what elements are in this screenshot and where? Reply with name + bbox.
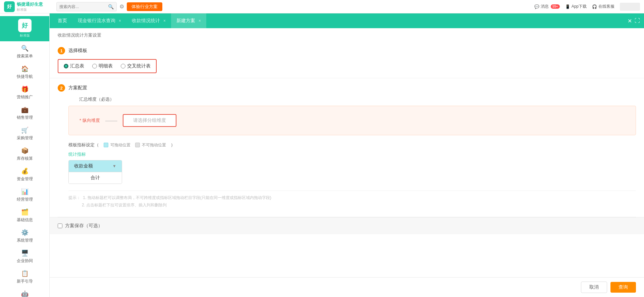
step1-title: 选择模板: [68, 48, 87, 54]
beginner-guide-icon: 📋: [21, 270, 29, 277]
inventory-icon: 📦: [21, 147, 29, 154]
template-section: 1 选择模板 汇总表 明细表: [50, 41, 644, 78]
sidebar-item-beginner-guide[interactable]: 📋 新手引导: [0, 266, 49, 287]
step2-header: 2 方案配置: [58, 84, 636, 92]
tab-new-plan[interactable]: 新建方案 ×: [171, 13, 206, 28]
enterprise-collab-icon: 🖥️: [21, 249, 29, 257]
option-summary[interactable]: 汇总表: [64, 63, 84, 69]
sidebar-item-label: 经营管理: [17, 197, 33, 202]
option-crosstab[interactable]: 交叉统计表: [121, 63, 151, 69]
smart-hardware-icon: 🤖: [21, 290, 29, 297]
search-input[interactable]: [59, 4, 108, 9]
sidebar-item-operations[interactable]: 📊 经营管理: [0, 185, 49, 205]
search-box[interactable]: 🔍: [56, 2, 117, 11]
logo-text: 畅捷通好生意 标准版: [17, 1, 43, 12]
tab-collection-stats-close[interactable]: ×: [163, 18, 166, 23]
message-group[interactable]: 💬 消息 99+: [534, 4, 560, 9]
cancel-button[interactable]: 取消: [581, 282, 607, 293]
sidebar-item-enterprise-collab[interactable]: 🖥️ 企业协同: [0, 246, 49, 266]
tab-bank-flow[interactable]: 现金银行流水查询 ×: [72, 13, 126, 28]
radio-detail[interactable]: [92, 64, 97, 68]
dimension-arrow: ——: [105, 117, 117, 124]
sidebar-item-label: 资金管理: [17, 176, 33, 182]
metrics-container: 统计指标 收款金额 ▼ 合计: [68, 151, 636, 184]
option-summary-label: 汇总表: [70, 63, 84, 69]
sidebar-item-sales[interactable]: 💼 销售管理: [0, 103, 49, 123]
tab-bar: 首页 现金银行流水查询 × 收款情况统计 × 新建方案 × ✕ ⛶: [50, 13, 644, 28]
expand-icon[interactable]: ⛶: [635, 18, 640, 24]
trial-button[interactable]: 体验行业方案: [127, 2, 162, 11]
tip-1: 提示： 1. 拖动标题栏可以调整布局，不可跨维度或指标区域拖动栏目字段(只能在同…: [68, 194, 636, 202]
bottom-bar: 取消 查询: [50, 277, 644, 297]
step2-number: 2: [58, 84, 65, 92]
metrics-table-header[interactable]: 收款金额 ▼: [69, 160, 122, 172]
user-avatar: [620, 3, 640, 11]
tips-section: 提示： 1. 拖动标题栏可以调整布局，不可跨维度或指标区域拖动栏目字段(只能在同…: [68, 191, 636, 212]
query-button[interactable]: 查询: [610, 282, 636, 293]
content-area: 首页 现金银行流水查询 × 收款情况统计 × 新建方案 × ✕ ⛶ 收款情况统: [50, 13, 644, 297]
legend-draggable-label: 可拖动位置: [110, 142, 130, 148]
app-icon: 📱: [565, 4, 570, 9]
legend-fixed-group: 不可拖动位置: [135, 142, 166, 148]
logo-area: 好 畅捷通好生意 标准版: [4, 1, 54, 12]
online-service-group[interactable]: 🎧 在线客服: [592, 4, 614, 9]
sidebar-item-label: 系统管理: [17, 238, 33, 243]
sidebar-item-search-menu[interactable]: 🔍 搜索菜单: [0, 41, 49, 62]
breadcrumb: 收款情况统计方案设置: [50, 28, 644, 41]
sidebar-item-quick-nav[interactable]: 🏠 快捷导航: [0, 62, 49, 82]
metrics-dropdown-arrow[interactable]: ▼: [112, 164, 116, 168]
sidebar-item-marketing[interactable]: 🎁 营销推广: [0, 82, 49, 103]
message-badge: 99+: [551, 4, 560, 9]
service-icon: 🎧: [592, 4, 597, 9]
sidebar-item-label: 快捷导航: [17, 74, 33, 80]
app-download-group[interactable]: 📱 App下载: [565, 4, 587, 9]
online-service-label: 在线客服: [598, 4, 614, 9]
topbar-right: 💬 消息 99+ 📱 App下载 🎧 在线客服: [534, 3, 640, 11]
legend-draggable-group: 可拖动位置: [104, 142, 130, 148]
tab-new-plan-close[interactable]: ×: [199, 18, 201, 23]
dimension-selector[interactable]: 请选择分组维度: [123, 114, 176, 127]
close-all-icon[interactable]: ✕: [628, 18, 632, 24]
sidebar-item-label: 销售管理: [17, 115, 33, 120]
metrics-table-cell: 合计: [69, 172, 122, 184]
save-label: 方案保存（可选）: [65, 223, 103, 229]
tip-2: 2. 点击标题栏下拉可设置排序、插入列和删除列: [68, 202, 636, 209]
purchase-icon: 🛒: [21, 127, 29, 134]
message-label: 消息: [541, 4, 549, 9]
sidebar-item-finance[interactable]: 💰 资金管理: [0, 164, 49, 185]
radio-crosstab[interactable]: [121, 64, 125, 68]
option-detail-label: 明细表: [99, 63, 113, 69]
metrics-table: 收款金额 ▼ 合计: [68, 160, 122, 184]
tab-home[interactable]: 首页: [52, 13, 72, 28]
operations-icon: 📊: [21, 188, 29, 195]
metrics-section-title: 统计指标: [68, 151, 636, 157]
option-detail[interactable]: 明细表: [92, 63, 113, 69]
basic-info-icon: 🗂️: [21, 208, 29, 216]
marketing-icon: 🎁: [21, 86, 29, 93]
sidebar-item-smart-hardware[interactable]: 🤖 智能硬件: [0, 287, 49, 297]
sidebar-item-system[interactable]: ⚙️ 系统管理: [0, 226, 49, 246]
logo-icon: 好: [4, 1, 15, 12]
tip-1-text: 1. 拖动标题栏可以调整布局，不可跨维度或指标区域拖动栏目字段(只能在同一维度或…: [83, 195, 271, 200]
save-checkbox[interactable]: [58, 224, 62, 228]
option-crosstab-label: 交叉统计表: [127, 63, 151, 69]
sidebar-item-purchase[interactable]: 🛒 采购管理: [0, 123, 49, 144]
sidebar-item-inventory[interactable]: 📦 库存核算: [0, 144, 49, 164]
radio-summary[interactable]: [64, 64, 68, 68]
step1-number: 1: [58, 47, 65, 54]
sidebar-item-basic-info[interactable]: 🗂️ 基础信息: [0, 205, 49, 226]
tab-bank-flow-label: 现金银行流水查询: [78, 18, 115, 24]
tab-collection-stats-label: 收款情况统计: [132, 18, 160, 24]
page-inner: 收款情况统计方案设置 1 选择模板 汇总表 明细表: [50, 28, 644, 277]
tab-collection-stats[interactable]: 收款情况统计 ×: [126, 13, 171, 28]
gear-icon[interactable]: ⚙: [119, 3, 124, 10]
tab-bank-flow-close[interactable]: ×: [119, 18, 121, 23]
sidebar-item-label: 基础信息: [17, 217, 33, 223]
metrics-legend-close: ）: [171, 142, 175, 148]
metrics-column-header: 收款金额: [74, 163, 93, 169]
app-download-label: App下载: [572, 4, 587, 9]
quick-nav-icon: 🏠: [21, 65, 29, 72]
config-section: 2 方案配置 汇总维度（必选） * 纵向维度 —— 请选择分组维度: [50, 78, 644, 217]
template-options: 汇总表 明细表 交叉统计表: [58, 59, 157, 73]
step1-header: 1 选择模板: [58, 47, 636, 54]
